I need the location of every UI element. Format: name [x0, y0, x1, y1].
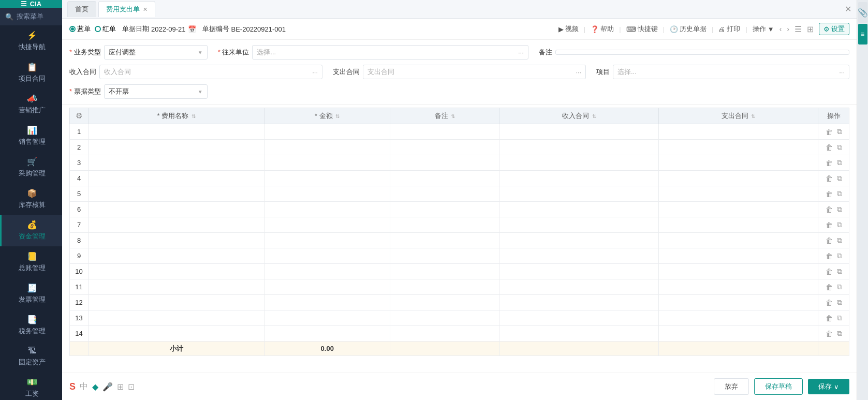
sidebar-search[interactable]: 🔍 搜索菜单 [0, 8, 62, 25]
set-btn[interactable]: ⚙ 设置 [819, 23, 849, 35]
history-btn[interactable]: 🕑 历史单据 [670, 24, 707, 34]
income-contract-dots[interactable]: ··· [312, 68, 318, 76]
tab-close-window[interactable]: ✕ [845, 4, 851, 14]
counterparty-dots[interactable]: ··· [518, 49, 524, 56]
row-expense-contract-12[interactable] [659, 295, 818, 310]
biz-type-select[interactable]: 应付调整 ▼ [104, 45, 208, 60]
row-copy-14[interactable]: ⧉ [836, 328, 843, 339]
sidebar-item-payroll[interactable]: 💵工资 [0, 372, 62, 400]
row-remark-10[interactable] [390, 264, 499, 279]
row-income-contract-1[interactable] [499, 124, 659, 140]
sidebar-item-marketing[interactable]: 📣营销推广 [0, 88, 62, 120]
row-expense-name-13[interactable] [89, 310, 264, 326]
row-remark-9[interactable] [390, 248, 499, 264]
row-remark-11[interactable] [390, 279, 499, 295]
row-delete-2[interactable]: 🗑 [825, 142, 834, 153]
row-income-contract-7[interactable] [499, 217, 659, 233]
row-expense-contract-13[interactable] [659, 310, 818, 326]
sidebar-item-sales-mgmt[interactable]: 📊销售管理 [0, 120, 62, 152]
row-copy-8[interactable]: ⧉ [836, 235, 843, 246]
radio-red[interactable]: 红单 [95, 24, 116, 34]
invoice-type-select[interactable]: 不开票 ▼ [104, 84, 208, 99]
row-copy-10[interactable]: ⧉ [836, 266, 843, 277]
row-remark-1[interactable] [390, 124, 499, 140]
row-expense-name-7[interactable] [89, 217, 264, 233]
row-expense-contract-1[interactable] [659, 124, 818, 140]
row-expense-name-3[interactable] [89, 155, 264, 171]
th-amount[interactable]: * 金额 ⇅ [264, 108, 390, 124]
row-delete-6[interactable]: 🗑 [825, 204, 834, 215]
row-expense-name-10[interactable] [89, 264, 264, 279]
row-amount-8[interactable] [264, 233, 390, 248]
row-copy-4[interactable]: ⧉ [836, 173, 843, 184]
row-income-contract-12[interactable] [499, 295, 659, 310]
nav-prev-btn[interactable]: ‹ [779, 25, 782, 33]
row-copy-13[interactable]: ⧉ [836, 313, 843, 323]
row-expense-contract-4[interactable] [659, 171, 818, 186]
row-income-contract-2[interactable] [499, 140, 659, 155]
shortcut-btn[interactable]: ⌨ 快捷键 [626, 24, 658, 34]
sidebar-item-inventory[interactable]: 📦库存核算 [0, 183, 62, 215]
row-remark-4[interactable] [390, 171, 499, 186]
row-expense-contract-5[interactable] [659, 186, 818, 202]
th-expense-name[interactable]: * 费用名称 ⇅ [89, 108, 264, 124]
sidebar-item-project-contract[interactable]: 📋项目合同 [0, 57, 62, 88]
row-income-contract-3[interactable] [499, 155, 659, 171]
sidebar-item-invoice-mgmt[interactable]: 🧾发票管理 [0, 278, 62, 309]
save-draft-button[interactable]: 保存草稿 [754, 378, 803, 395]
sidebar-item-fixed-assets[interactable]: 🏗固定资产 [0, 341, 62, 372]
row-remark-6[interactable] [390, 202, 499, 217]
row-copy-6[interactable]: ⧉ [836, 204, 843, 215]
row-expense-name-14[interactable] [89, 326, 264, 342]
tab-expense-bill-close[interactable]: ✕ [143, 6, 148, 13]
income-contract-input[interactable]: 收入合同 ··· [99, 65, 322, 79]
row-copy-9[interactable]: ⧉ [836, 250, 843, 261]
grid-view-btn[interactable]: ⊞ [807, 24, 814, 34]
row-copy-7[interactable]: ⧉ [836, 219, 843, 230]
row-expense-contract-6[interactable] [659, 202, 818, 217]
sidebar-item-capital-mgmt[interactable]: 💰资金管理 [0, 215, 62, 246]
row-delete-1[interactable]: 🗑 [825, 127, 834, 137]
sidebar-item-accounting[interactable]: 📒总账管理 [0, 246, 62, 278]
row-amount-11[interactable] [264, 279, 390, 295]
tab-expense-bill[interactable]: 费用支出单 ✕ [98, 1, 155, 17]
row-remark-5[interactable] [390, 186, 499, 202]
th-income-contract[interactable]: 收入合同 ⇅ [499, 108, 659, 124]
row-amount-2[interactable] [264, 140, 390, 155]
right-panel-green[interactable]: ≡ [858, 24, 867, 45]
row-expense-name-1[interactable] [89, 124, 264, 140]
counterparty-input[interactable]: 选择... ··· [252, 45, 528, 60]
row-delete-5[interactable]: 🗑 [825, 189, 834, 199]
row-remark-13[interactable] [390, 310, 499, 326]
row-amount-6[interactable] [264, 202, 390, 217]
row-expense-contract-9[interactable] [659, 248, 818, 264]
row-income-contract-8[interactable] [499, 233, 659, 248]
row-copy-2[interactable]: ⧉ [836, 142, 843, 153]
row-income-contract-9[interactable] [499, 248, 659, 264]
nav-next-btn[interactable]: › [787, 25, 789, 33]
right-panel-clip[interactable]: 📎 [858, 2, 867, 23]
row-income-contract-5[interactable] [499, 186, 659, 202]
row-expense-contract-2[interactable] [659, 140, 818, 155]
row-remark-7[interactable] [390, 217, 499, 233]
row-amount-7[interactable] [264, 217, 390, 233]
row-delete-8[interactable]: 🗑 [825, 235, 834, 246]
row-expense-name-6[interactable] [89, 202, 264, 217]
project-input[interactable]: 选择... ··· [613, 65, 849, 79]
row-income-contract-6[interactable] [499, 202, 659, 217]
row-remark-12[interactable] [390, 295, 499, 310]
sidebar-item-tax-mgmt[interactable]: 📑税务管理 [0, 309, 62, 341]
row-income-contract-10[interactable] [499, 264, 659, 279]
row-income-contract-4[interactable] [499, 171, 659, 186]
row-income-contract-13[interactable] [499, 310, 659, 326]
save-button[interactable]: 保存 ∨ [808, 379, 849, 394]
sidebar-item-quick-nav[interactable]: ⚡快捷导航 [0, 25, 62, 57]
row-income-contract-11[interactable] [499, 279, 659, 295]
mic-icon[interactable]: 🎤 [102, 382, 113, 392]
row-expense-name-12[interactable] [89, 295, 264, 310]
row-amount-14[interactable] [264, 326, 390, 342]
row-expense-name-9[interactable] [89, 248, 264, 264]
row-amount-9[interactable] [264, 248, 390, 264]
row-expense-contract-7[interactable] [659, 217, 818, 233]
expense-contract-input[interactable]: 支出合同 ··· [363, 65, 586, 79]
